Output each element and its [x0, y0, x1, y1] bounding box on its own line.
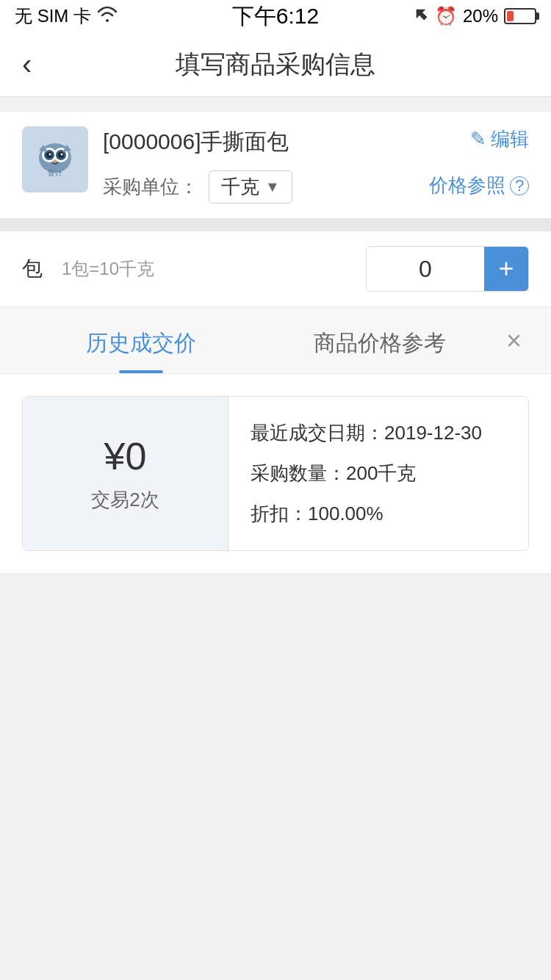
unit-select[interactable]: 千克 ▼ [209, 170, 292, 203]
status-right: ⏰ 20% [413, 6, 536, 26]
transaction-price: ¥0 [104, 434, 147, 478]
unit-label: 采购单位： [103, 174, 198, 200]
alarm-icon: ⏰ [435, 6, 457, 26]
bottom-space [0, 573, 551, 980]
transaction-list: ¥0 交易2次 最近成交日期：2019-12-30 采购数量：200千克 折扣：… [0, 374, 551, 573]
qty-ratio-label: 1包=10千克 [62, 257, 154, 281]
qty-plus-button[interactable]: + [484, 247, 528, 291]
dropdown-arrow-icon: ▼ [265, 179, 280, 195]
price-ref-label: 价格参照 [429, 173, 505, 198]
product-right: ✎ 编辑 价格参照 ? [429, 126, 529, 198]
back-button[interactable]: ‹ [22, 40, 39, 88]
quantity-row: 包 1包=10千克 + [0, 231, 551, 307]
price-ref-button[interactable]: 价格参照 ? [429, 173, 529, 198]
edit-icon: ✎ [470, 128, 486, 151]
svg-point-8 [61, 153, 63, 155]
transaction-details: 最近成交日期：2019-12-30 采购数量：200千克 折扣：100.00% [228, 397, 528, 550]
svg-text:鲁计: 鲁计 [48, 169, 62, 177]
carrier-text: 无 SIM 卡 [15, 4, 91, 28]
tab-close-button[interactable]: × [499, 318, 529, 364]
wifi-icon [97, 6, 118, 26]
qty-input-group: + [366, 246, 529, 292]
product-card: 鲁计 [0000006]手撕面包 采购单位： 千克 ▼ ✎ [0, 112, 551, 218]
product-header: 鲁计 [0000006]手撕面包 采购单位： 千克 ▼ ✎ [22, 126, 529, 203]
page-title: 填写商品采购信息 [176, 48, 375, 82]
product-left: 鲁计 [0000006]手撕面包 采购单位： 千克 ▼ [22, 126, 292, 203]
discount-row: 折扣：100.00% [251, 500, 506, 528]
edit-label: 编辑 [491, 126, 529, 152]
product-name: [0000006]手撕面包 [103, 126, 292, 157]
qty-unit-name: 包 [22, 255, 43, 283]
edit-button[interactable]: ✎ 编辑 [470, 126, 529, 152]
product-logo-icon: 鲁计 [33, 134, 77, 185]
status-bar: 无 SIM 卡 下午6:12 ⏰ 20% [0, 0, 551, 32]
transaction-summary: ¥0 交易2次 [23, 397, 228, 550]
tabs-panel: 历史成交价 商品价格参考 × ¥0 交易2次 最近成交日期：2019-12-30… [0, 307, 551, 573]
product-info: [0000006]手撕面包 采购单位： 千克 ▼ [103, 126, 292, 203]
qty-input[interactable] [367, 247, 484, 291]
status-left: 无 SIM 卡 [15, 4, 118, 28]
product-thumbnail: 鲁计 [22, 126, 88, 192]
qty-unit-text: 包 [22, 255, 43, 283]
section-divider [0, 218, 551, 231]
transaction-count: 交易2次 [91, 487, 159, 513]
location-icon [413, 6, 429, 26]
tab-product-price-ref[interactable]: 商品价格参考 [260, 308, 498, 373]
unit-value: 千克 [221, 174, 259, 200]
status-time: 下午6:12 [232, 1, 319, 32]
nav-bar: ‹ 填写商品采购信息 [0, 32, 551, 97]
tabs-header: 历史成交价 商品价格参考 × [0, 308, 551, 374]
transaction-card: ¥0 交易2次 最近成交日期：2019-12-30 采购数量：200千克 折扣：… [22, 396, 529, 551]
battery-pct: 20% [463, 6, 498, 26]
battery-indicator [504, 8, 536, 24]
purchase-qty-row: 采购数量：200千克 [251, 459, 506, 488]
product-unit-row: 采购单位： 千克 ▼ [103, 170, 292, 203]
help-icon: ? [510, 176, 529, 195]
svg-point-7 [49, 153, 51, 155]
tab-history-price[interactable]: 历史成交价 [22, 308, 260, 373]
recent-date-row: 最近成交日期：2019-12-30 [251, 419, 506, 447]
